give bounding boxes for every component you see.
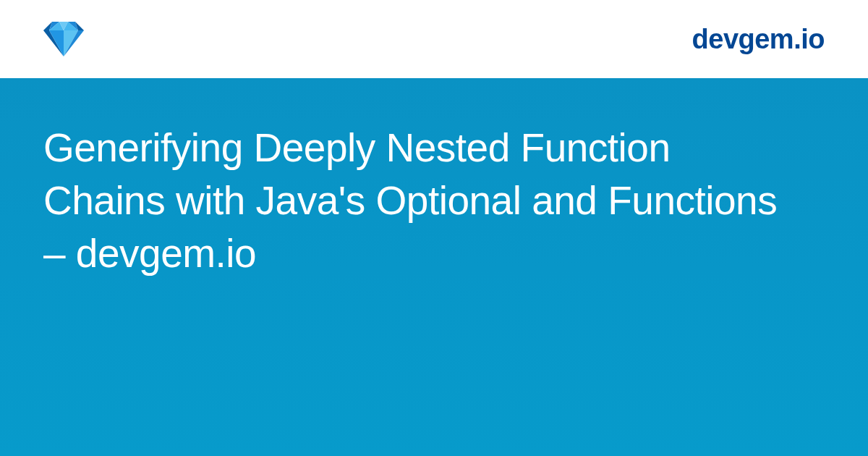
gem-icon xyxy=(43,19,84,59)
svg-marker-8 xyxy=(49,30,64,56)
brand-name: devgem.io xyxy=(692,24,825,55)
hero-section: Generifying Deeply Nested Function Chain… xyxy=(0,78,868,456)
header: devgem.io xyxy=(0,0,868,78)
page-title: Generifying Deeply Nested Function Chain… xyxy=(43,122,781,280)
